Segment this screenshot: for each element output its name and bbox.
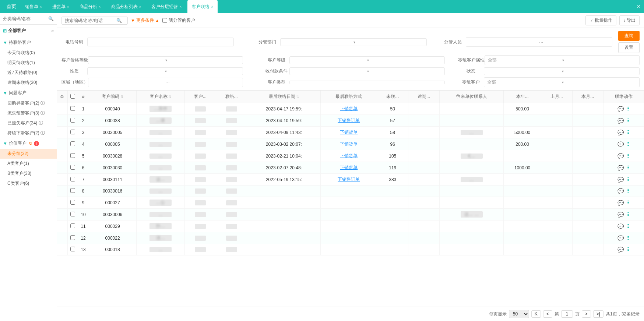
more-icon[interactable]: ⠿ bbox=[626, 212, 630, 218]
row-checkbox[interactable] bbox=[70, 223, 75, 228]
row-checkbox[interactable] bbox=[70, 165, 75, 170]
reset-button[interactable]: 设置 bbox=[618, 42, 640, 53]
current-page-input[interactable] bbox=[561, 310, 573, 318]
contact-icon[interactable]: 💬 bbox=[617, 153, 624, 159]
nav-tab-sales[interactable]: 销售单 × bbox=[21, 0, 46, 13]
sidebar-collapse-button[interactable]: « bbox=[51, 28, 54, 33]
contact-icon[interactable]: 💬 bbox=[617, 106, 624, 112]
sidebar-item-declining[interactable]: 持续下滑客户(2) ⓘ bbox=[0, 128, 57, 138]
filter-person-dots[interactable]: ··· bbox=[538, 39, 609, 45]
row-checkbox[interactable] bbox=[70, 212, 75, 216]
row-checkbox-cell[interactable] bbox=[67, 103, 78, 115]
nav-tab-analysis-list[interactable]: 商品分析列表 × bbox=[107, 0, 146, 13]
row-checkbox-cell[interactable] bbox=[67, 244, 78, 255]
more-icon[interactable]: ⠿ bbox=[626, 188, 630, 194]
row-checkbox-cell[interactable] bbox=[67, 209, 78, 221]
th-select-all[interactable] bbox=[67, 91, 78, 103]
row-checkbox-cell[interactable] bbox=[67, 186, 78, 197]
nav-tab-customer-tier-close[interactable]: × bbox=[179, 5, 182, 9]
filter-region-dots[interactable]: ··· bbox=[164, 80, 239, 85]
more-icon[interactable]: ⠿ bbox=[626, 153, 630, 159]
filter-search-input[interactable] bbox=[65, 18, 116, 23]
first-page-button[interactable]: K bbox=[531, 310, 541, 318]
contact-icon[interactable]: 💬 bbox=[617, 247, 624, 253]
row-checkbox[interactable] bbox=[70, 106, 75, 111]
row-checkbox[interactable] bbox=[70, 130, 75, 134]
settings-icon[interactable]: ⚙ bbox=[60, 94, 64, 99]
nav-tab-analysis-close[interactable]: × bbox=[99, 5, 101, 9]
row-checkbox[interactable] bbox=[70, 235, 75, 240]
row-checkbox-cell[interactable] bbox=[67, 127, 78, 138]
th-customer-code[interactable]: 客户编码 bbox=[89, 91, 136, 103]
sidebar-group-problem-title[interactable]: ▼ 问题客户 bbox=[0, 88, 57, 98]
row-checkbox[interactable] bbox=[70, 188, 75, 193]
contact-icon[interactable]: 💬 bbox=[617, 188, 624, 194]
row-checkbox-cell[interactable] bbox=[67, 138, 78, 150]
more-icon[interactable]: ⠿ bbox=[626, 177, 630, 183]
filter-person-select[interactable]: ··· bbox=[466, 37, 612, 47]
sidebar-item-abnormal[interactable]: 回购异常客户(2) ⓘ bbox=[0, 98, 57, 108]
sidebar-item-class-c[interactable]: C类客户(6) bbox=[0, 179, 57, 188]
sidebar-item-ungroup[interactable]: 未分组(32) bbox=[0, 149, 57, 159]
page-size-select[interactable]: 50 100 bbox=[509, 310, 529, 318]
value-refresh-icon[interactable]: ↻ bbox=[29, 141, 32, 146]
row-checkbox-cell[interactable] bbox=[67, 221, 78, 232]
filter-price-level-select[interactable]: ▾ bbox=[88, 56, 243, 64]
sidebar-item-7days-pending[interactable]: 近7天待联络(0) bbox=[0, 68, 57, 78]
filter-retail-customer-select[interactable]: 全部 ▾ bbox=[484, 77, 640, 87]
row-last-method[interactable]: 下销货单 bbox=[321, 150, 377, 162]
row-checkbox[interactable] bbox=[70, 247, 75, 251]
th-settings[interactable]: ⚙ bbox=[57, 91, 67, 103]
more-icon[interactable]: ⠿ bbox=[626, 130, 630, 135]
row-checkbox[interactable] bbox=[70, 200, 75, 205]
sidebar-item-tomorrow-pending[interactable]: 明天待联络(1) bbox=[0, 58, 57, 68]
row-checkbox-cell[interactable] bbox=[67, 150, 78, 162]
prev-page-button[interactable]: < bbox=[543, 310, 552, 318]
sidebar-group-value-title[interactable]: ▼ 价值客户 ↻ ! bbox=[0, 138, 57, 149]
row-last-method[interactable]: 下销货单 bbox=[321, 162, 377, 174]
more-icon[interactable]: ⠿ bbox=[626, 106, 630, 112]
filter-retail-attr-select[interactable]: 全部 ▾ bbox=[485, 55, 640, 65]
more-icon[interactable]: ⠿ bbox=[626, 223, 630, 229]
more-icon[interactable]: ⠿ bbox=[626, 141, 630, 147]
my-customers-checkbox[interactable] bbox=[162, 18, 167, 23]
filter-search-icon[interactable]: 🔍 bbox=[116, 18, 122, 23]
nav-home[interactable]: 首页 bbox=[4, 0, 19, 13]
contact-icon[interactable]: 💬 bbox=[617, 141, 624, 147]
row-last-method[interactable] bbox=[321, 221, 377, 232]
sidebar-item-today-pending[interactable]: 今天待联络(0) bbox=[0, 48, 57, 58]
window-close-button[interactable]: × bbox=[637, 3, 640, 10]
row-last-method[interactable] bbox=[321, 197, 377, 209]
row-checkbox-cell[interactable] bbox=[67, 197, 78, 209]
select-all-checkbox[interactable] bbox=[70, 94, 75, 99]
contact-icon[interactable]: 💬 bbox=[617, 177, 624, 183]
contact-icon[interactable]: 💬 bbox=[617, 212, 624, 218]
row-checkbox-cell[interactable] bbox=[67, 232, 78, 244]
row-last-method[interactable]: 下销售订单 bbox=[321, 115, 377, 127]
sidebar-all-customers[interactable]: ⊞ 全部客户 « bbox=[0, 25, 57, 37]
row-checkbox-cell[interactable] bbox=[67, 162, 78, 174]
filter-gender-select[interactable]: ▾ bbox=[87, 67, 243, 75]
filter-more-button[interactable]: ▼ 更多条件 ▲ bbox=[131, 17, 159, 24]
nav-tab-purchase[interactable]: 进货单 × bbox=[48, 0, 74, 13]
filter-customer-type-select[interactable] bbox=[289, 81, 445, 84]
contact-icon[interactable]: 💬 bbox=[617, 200, 624, 206]
row-last-method[interactable] bbox=[321, 209, 377, 221]
more-icon[interactable]: ⠿ bbox=[626, 165, 630, 171]
sidebar-group-pending-title[interactable]: ▼ 待联络客户 bbox=[0, 37, 57, 48]
nav-tab-analysis-list-close[interactable]: × bbox=[139, 5, 141, 9]
nav-tab-customer-tier[interactable]: 客户分层经营 × bbox=[147, 0, 186, 13]
row-last-method[interactable] bbox=[321, 186, 377, 197]
filter-my-customers[interactable]: 我分管的客户 bbox=[162, 17, 195, 24]
row-checkbox[interactable] bbox=[70, 153, 75, 158]
contact-icon[interactable]: 💬 bbox=[617, 130, 624, 135]
more-icon[interactable]: ⠿ bbox=[626, 200, 630, 206]
row-checkbox-cell[interactable] bbox=[67, 174, 78, 186]
sidebar-item-churn-warning[interactable]: 流失预警客户(3) ⓘ bbox=[0, 108, 57, 118]
filter-customer-level-select[interactable]: ▾ bbox=[289, 56, 445, 64]
nav-tab-customer-contact-close[interactable]: × bbox=[211, 5, 213, 9]
th-customer-name[interactable]: 客户名称 bbox=[136, 91, 184, 103]
row-checkbox-cell[interactable] bbox=[67, 115, 78, 127]
batch-ops-button[interactable]: ☑ 批量操作 bbox=[585, 15, 616, 25]
filter-dept-select[interactable]: ▾ bbox=[280, 38, 427, 46]
